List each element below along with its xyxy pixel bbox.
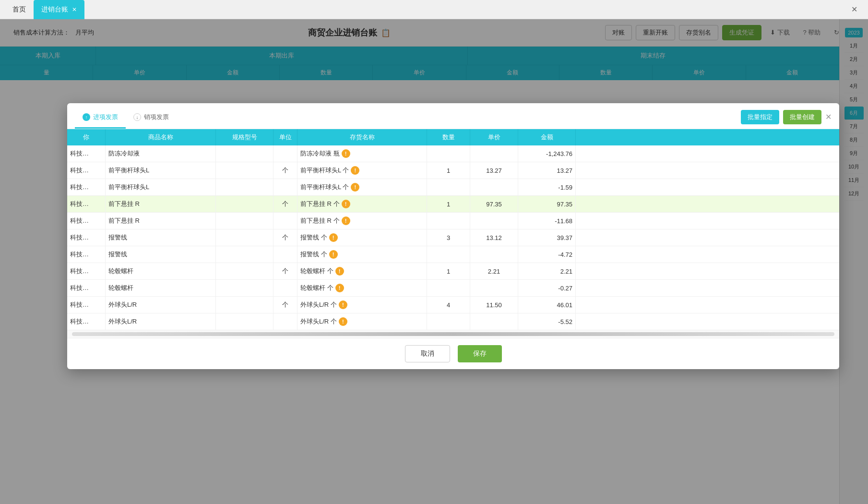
warning-icon: ! [329,233,338,242]
cell-amount-5: -11.68 [518,213,576,229]
cell-stock-8: 轮毂螺杆 个 ! [297,263,427,279]
cell-stock-4: 前下悬挂 R 个 ! [297,196,427,212]
invoice-dialog: ↑ 进项发票 ↓ 销项发票 批量指定 批量创建 ✕ 你 商品名称 规格型号 单位… [67,103,839,369]
cell-spec-3 [216,179,273,195]
cell-price-8: 2.21 [470,263,518,279]
dialog-table-header: 你 商品名称 规格型号 单位 存货名称 数量 单价 金额 [67,129,839,145]
cell-company-5: 科技… [67,213,106,229]
cell-unit-3 [273,179,297,195]
warning-icon: ! [342,149,350,158]
tab-home[interactable]: 首页 [5,0,34,19]
cell-unit-1 [273,145,297,162]
cell-product-3: 前平衡杆球头L [106,179,216,195]
cell-product-2: 前平衡杆球头L [106,162,216,179]
tab-in-invoice[interactable]: ↑ 进项发票 [75,109,126,129]
cell-company-1: 科技… [67,145,106,162]
table-row: 科技… 外球头L/R 外球头L/R 个 ! -5.52 [67,313,839,330]
window-close-button[interactable]: ✕ [845,5,863,14]
cell-company-10: 科技… [67,297,106,313]
cell-qty-11 [427,313,470,330]
table-row: 科技… 防冻冷却液 防冻冷却液 瓶 ! -1,243.76 [67,145,839,162]
cell-unit-7 [273,246,297,263]
cell-product-11: 外球头L/R [106,313,216,330]
cell-qty-5 [427,213,470,229]
cell-amount-9: -0.27 [518,280,576,296]
col-header-2: 商品名称 [106,129,216,145]
table-row: 科技… 前下悬挂 R 前下悬挂 R 个 ! -11.68 [67,213,839,229]
cell-spec-11 [216,313,273,330]
cell-product-9: 轮毂螺杆 [106,280,216,296]
tab-bar: 首页 进销台账 ✕ ✕ [0,0,868,19]
col-header-4: 单位 [273,129,297,145]
cell-qty-7 [427,246,470,263]
scrollbar-area [67,330,839,338]
cell-company-4: 科技… [67,196,106,212]
table-row: 科技… 报警线 个 报警线 个 ! 3 13.12 39.37 [67,229,839,246]
cell-unit-6: 个 [273,229,297,246]
cell-spec-9 [216,280,273,296]
cell-stock-3: 前平衡杆球头L 个 ! [297,179,427,195]
cell-unit-8: 个 [273,263,297,279]
cell-price-11 [470,313,518,330]
table-row: 科技… 前下悬挂 R 个 前下悬挂 R 个 ! 1 97.35 97.35 [67,196,839,213]
cell-amount-7: -4.72 [518,246,576,263]
table-row: 科技… 前平衡杆球头L 个 前平衡杆球头L 个 ! 1 13.27 13.27 [67,162,839,179]
cell-qty-6: 3 [427,229,470,246]
cell-company-6: 科技… [67,229,106,246]
warning-icon: ! [342,216,350,225]
cell-amount-6: 39.37 [518,229,576,246]
warning-icon: ! [351,166,359,175]
cell-product-6: 报警线 [106,229,216,246]
cell-company-3: 科技… [67,179,106,195]
cell-price-2: 13.27 [470,162,518,179]
cell-price-9 [470,280,518,296]
table-row: 科技… 前平衡杆球头L 前平衡杆球头L 个 ! -1.59 [67,179,839,196]
dialog-table: 你 商品名称 规格型号 单位 存货名称 数量 单价 金额 科技… 防冻冷却液 防… [67,129,839,330]
batch-create-button[interactable]: 批量创建 [783,110,821,124]
col-header-8: 金额 [518,129,576,145]
warning-icon: ! [342,200,350,208]
tab-ledger[interactable]: 进销台账 ✕ [34,0,84,19]
main-content: 销售成本计算方法： 月平均 商贸企业进销台账 📋 对账 重新开账 存货别名 生成… [0,19,868,504]
tab-close-icon[interactable]: ✕ [72,6,77,13]
cell-qty-9 [427,280,470,296]
cancel-button[interactable]: 取消 [405,345,450,362]
cell-product-4: 前下悬挂 R [106,196,216,212]
cell-price-4: 97.35 [470,196,518,212]
horizontal-scrollbar[interactable] [72,332,834,336]
warning-icon: ! [335,284,344,292]
cell-amount-4: 97.35 [518,196,576,212]
cell-product-1: 防冻冷却液 [106,145,216,162]
warning-icon: ! [335,267,344,276]
table-row: 科技… 轮毂螺杆 轮毂螺杆 个 ! -0.27 [67,280,839,297]
cell-stock-11: 外球头L/R 个 ! [297,313,427,330]
batch-assign-button[interactable]: 批量指定 [741,110,779,124]
dialog-header: ↑ 进项发票 ↓ 销项发票 批量指定 批量创建 ✕ [67,103,839,129]
cell-spec-1 [216,145,273,162]
tab-out-invoice[interactable]: ↓ 销项发票 [126,109,177,129]
cell-amount-8: 2.21 [518,263,576,279]
cell-spec-8 [216,263,273,279]
warning-icon: ! [339,300,347,309]
dialog-close-button[interactable]: ✕ [825,112,832,125]
cell-unit-10: 个 [273,297,297,313]
table-row: 科技… 外球头L/R 个 外球头L/R 个 ! 4 11.50 46.01 [67,297,839,313]
cell-qty-3 [427,179,470,195]
cell-company-7: 科技… [67,246,106,263]
cell-price-3 [470,179,518,195]
cell-product-7: 报警线 [106,246,216,263]
cell-qty-8: 1 [427,263,470,279]
cell-price-5 [470,213,518,229]
in-invoice-icon: ↑ [83,113,90,121]
col-header-7: 单价 [470,129,518,145]
cell-stock-1: 防冻冷却液 瓶 ! [297,145,427,162]
save-button[interactable]: 保存 [458,345,502,362]
cell-product-8: 轮毂螺杆 [106,263,216,279]
cell-amount-3: -1.59 [518,179,576,195]
cell-qty-2: 1 [427,162,470,179]
cell-unit-9 [273,280,297,296]
cell-stock-9: 轮毂螺杆 个 ! [297,280,427,296]
cell-qty-1 [427,145,470,162]
col-header-1: 你 [67,129,106,145]
cell-stock-2: 前平衡杆球头L 个 ! [297,162,427,179]
